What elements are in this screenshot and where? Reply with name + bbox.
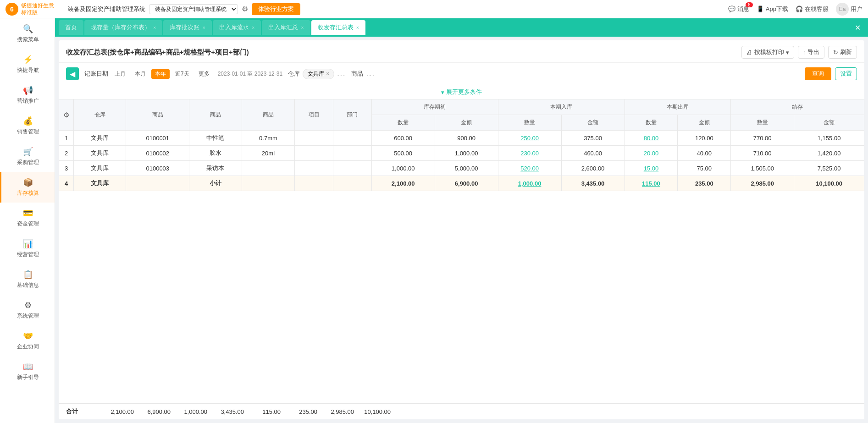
- logo-tagline: 畅捷通好生意标准版: [21, 2, 54, 16]
- sidebar-label-sales: 销售管理: [17, 128, 39, 136]
- cell-close-qty: 710.00: [731, 146, 794, 161]
- sidebar-item-sales[interactable]: 💰 销售管理: [0, 110, 55, 141]
- cell-warehouse: 文具库: [74, 131, 126, 146]
- goods-filter-group: 商品 ...: [351, 70, 375, 78]
- tab-receive-summary-close[interactable]: ×: [356, 25, 359, 30]
- sidebar-item-system[interactable]: ⚙ 系统管理: [0, 295, 55, 325]
- cell-out-qty[interactable]: 80.00: [625, 131, 678, 146]
- system-select[interactable]: 装备及固定资产辅助管理系统: [149, 4, 238, 14]
- online-service-item[interactable]: 🎧 在线客服: [796, 5, 829, 13]
- tab-inventory-dist-label: 现存量（库存分布表）: [91, 23, 150, 32]
- date-btn-last-month[interactable]: 上月: [111, 69, 129, 79]
- tab-batch-close[interactable]: ×: [202, 25, 205, 30]
- table-settings-header[interactable]: ⚙: [59, 99, 74, 131]
- sidebar-label-system: 系统管理: [17, 312, 39, 320]
- cell-warehouse: 文具库: [74, 146, 126, 161]
- refresh-button[interactable]: ↻ 刷新: [828, 46, 857, 59]
- main-layout: 🔍 搜索菜单 ⚡ 快捷导航 📢 营销推广 💰 销售管理 🛒 采购管理 📦 库存核…: [0, 18, 868, 423]
- sidebar-label-inventory: 库存核算: [17, 189, 39, 197]
- table-wrap: ⚙ 仓库 商品 商品 商品 项目 部门 库存期初 本期入库 本期出库 结存: [59, 99, 864, 403]
- refresh-icon: ↻: [833, 49, 838, 56]
- sub-header-out-amt: 金额: [678, 115, 731, 131]
- sidebar-label-purchase: 采购管理: [17, 159, 39, 166]
- search-icon: 🔍: [23, 24, 33, 34]
- export-icon: ↑: [803, 49, 806, 56]
- export-button[interactable]: ↑ 导出: [798, 46, 825, 59]
- sub-header-open-qty: 数量: [371, 115, 435, 131]
- cell-code: 0100003: [126, 161, 189, 176]
- warehouse-ellipsis-button[interactable]: ...: [337, 70, 346, 78]
- cell-in-qty[interactable]: 230.00: [498, 146, 561, 161]
- cell-seq: 1: [59, 131, 74, 146]
- date-btn-more[interactable]: 更多: [195, 69, 213, 79]
- tab-inventory-dist-close[interactable]: ×: [153, 25, 156, 30]
- phone-icon: 📱: [757, 5, 764, 12]
- cell-code: 0100002: [126, 146, 189, 161]
- cell-out-amt: 235.00: [678, 176, 731, 191]
- sidebar-item-quick[interactable]: ⚡ 快捷导航: [0, 49, 55, 80]
- cell-in-qty[interactable]: 250.00: [498, 131, 561, 146]
- tab-batch[interactable]: 库存批次账 ×: [163, 20, 211, 35]
- cell-code: [126, 176, 189, 191]
- print-button[interactable]: 🖨 按模板打印 ▾: [741, 46, 794, 59]
- warehouse-tag-close[interactable]: ×: [326, 71, 329, 77]
- date-filter-label: 记账日期: [84, 70, 108, 78]
- table-footer: 合计 2,100.00 6,900.00 1,000.00 3,435.00 1…: [59, 403, 864, 419]
- sidebar-item-search[interactable]: 🔍 搜索菜单: [0, 18, 55, 49]
- date-btn-this-year[interactable]: 本年: [151, 69, 170, 79]
- enterprise-icon: 🤝: [23, 331, 33, 341]
- sidebar-item-enterprise[interactable]: 🤝 企业协同: [0, 325, 55, 356]
- settings-button[interactable]: 设置: [835, 67, 857, 80]
- app-download-item[interactable]: 📱 App下载: [757, 5, 788, 13]
- message-icon: 💬: [728, 5, 735, 12]
- footer-close-amt: 10,100.00: [358, 408, 394, 415]
- footer-values: 2,100.00 6,900.00 1,000.00 3,435.00 115.…: [101, 408, 857, 415]
- try-button[interactable]: 体验行业方案: [252, 3, 300, 15]
- cell-in-qty[interactable]: 520.00: [498, 161, 561, 176]
- sidebar-item-finance[interactable]: 💳 资金管理: [0, 203, 55, 233]
- content-area: 首页 现存量（库存分布表） × 库存批次账 × 出入库流水 × 出入库汇总 × …: [55, 18, 868, 423]
- cell-close-qty: 770.00: [731, 131, 794, 146]
- col-header-warehouse: 仓库: [74, 99, 126, 131]
- cell-close-amt: 7,525.00: [794, 161, 864, 176]
- sidebar-item-marketing[interactable]: 📢 营销推广: [0, 80, 55, 110]
- goods-ellipsis-button[interactable]: ...: [366, 70, 375, 78]
- marketing-icon: 📢: [23, 85, 33, 95]
- cell-project: [295, 161, 333, 176]
- purchase-icon: 🛒: [23, 147, 33, 157]
- sidebar-label-search: 搜索菜单: [17, 36, 39, 44]
- tab-inout-summary-close[interactable]: ×: [301, 25, 304, 30]
- messages-icon-item[interactable]: 💬 消息 6: [728, 5, 749, 13]
- user-item[interactable]: Ea 用户: [836, 3, 862, 16]
- cell-in-qty[interactable]: 1,000.00: [498, 176, 561, 191]
- date-btn-this-month[interactable]: 本月: [131, 69, 149, 79]
- sidebar-item-purchase[interactable]: 🛒 采购管理: [0, 141, 55, 172]
- tab-inout-flow-close[interactable]: ×: [252, 25, 254, 30]
- date-btn-7days[interactable]: 近7天: [171, 69, 193, 79]
- sidebar-item-basic[interactable]: 📋 基础信息: [0, 264, 55, 295]
- cell-out-qty[interactable]: 20.00: [625, 146, 678, 161]
- sidebar: 🔍 搜索菜单 ⚡ 快捷导航 📢 营销推广 💰 销售管理 🛒 采购管理 📦 库存核…: [0, 18, 55, 423]
- tab-home[interactable]: 首页: [59, 20, 83, 35]
- cell-out-qty[interactable]: 15.00: [625, 161, 678, 176]
- tab-inout-flow[interactable]: 出入库流水 ×: [213, 20, 261, 35]
- refresh-label: 刷新: [840, 48, 852, 56]
- filter-toggle-button[interactable]: ◀: [66, 67, 79, 80]
- tab-batch-label: 库存批次账: [170, 23, 199, 32]
- cell-close-amt: 10,100.00: [794, 176, 864, 191]
- tab-inventory-dist[interactable]: 现存量（库存分布表） ×: [84, 20, 162, 35]
- warehouse-tag[interactable]: 文具库 ×: [303, 69, 334, 79]
- sidebar-item-inventory[interactable]: 📦 库存核算: [0, 172, 55, 203]
- date-filter-group: 记账日期 上月 本月 本年 近7天 更多 2023-01-01 至 2023-1…: [84, 69, 282, 79]
- tab-inout-summary[interactable]: 出入库汇总 ×: [262, 20, 310, 35]
- query-button[interactable]: 查询: [805, 67, 831, 80]
- window-close-button[interactable]: ✕: [851, 23, 864, 32]
- sidebar-item-guide[interactable]: 📖 新手引导: [0, 356, 55, 387]
- gear-button[interactable]: ⚙: [242, 5, 248, 13]
- expand-conditions-button[interactable]: ▾ 展开更多条件: [441, 88, 482, 96]
- sidebar-item-business[interactable]: 📊 经营管理: [0, 233, 55, 264]
- warehouse-tag-text: 文具库: [308, 70, 324, 78]
- cell-out-qty[interactable]: 115.00: [625, 176, 678, 191]
- sub-header-in-qty: 数量: [498, 115, 561, 131]
- tab-receive-summary[interactable]: 收发存汇总表 ×: [311, 20, 365, 35]
